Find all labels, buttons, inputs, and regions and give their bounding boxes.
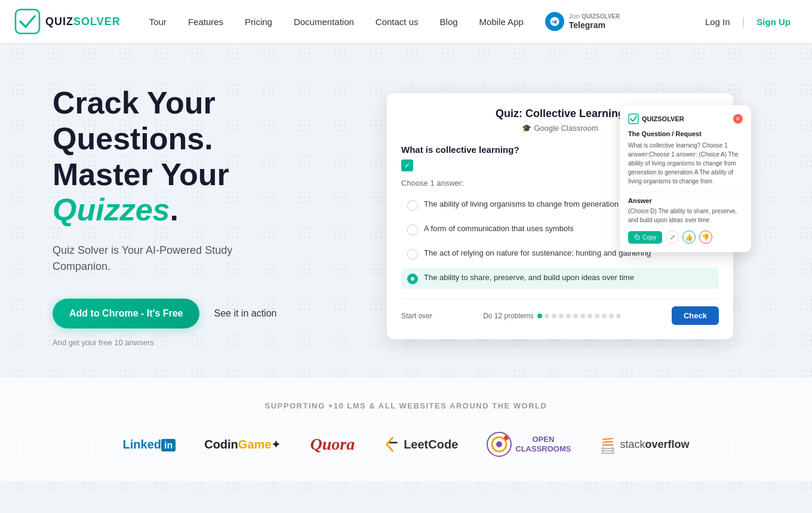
hero-title: Crack Your Questions. Master Your Quizze… xyxy=(53,85,363,228)
dot-6 xyxy=(573,314,578,318)
nav-auth: Log In | Sign Up xyxy=(698,12,798,32)
copy-icon xyxy=(634,234,640,240)
expand-button[interactable]: ⤢ xyxy=(666,231,679,244)
openclassrooms-icon xyxy=(487,432,512,457)
nav-logo[interactable]: QUIZSOLVER xyxy=(14,8,121,35)
nav-link-tour[interactable]: Tour xyxy=(140,12,176,32)
overlay-logo-icon xyxy=(628,113,639,124)
overlay-header: QUIZSOLVER ✕ xyxy=(628,113,743,124)
brand-quora: Quora xyxy=(310,435,355,454)
quiz-source-icon: 🎓 xyxy=(522,124,531,133)
start-over-label[interactable]: Start over xyxy=(401,312,432,320)
overlay-question-text: What is collective learning? Choose 1 an… xyxy=(628,141,743,186)
option-text-d: The ability to share, preserve, and buil… xyxy=(424,273,634,282)
dot-1 xyxy=(537,314,542,318)
dot-3 xyxy=(552,314,556,318)
dot-11 xyxy=(609,314,614,318)
navbar: QUIZSOLVER Tour Features Pricing Documen… xyxy=(0,0,812,43)
brand-codingame: CodinGame✦ xyxy=(204,437,281,451)
dot-row xyxy=(537,314,621,318)
dot-4 xyxy=(559,314,564,318)
option-text-b: A form of communication that uses symbol… xyxy=(424,224,574,233)
svg-rect-15 xyxy=(602,444,613,446)
quiz-problems: Do 12 problems xyxy=(483,312,621,320)
logo-text: QUIZSOLVER xyxy=(45,16,121,28)
logos-row: Linkedin CodinGame✦ Quora LeetCode xyxy=(29,432,783,457)
svg-rect-0 xyxy=(16,10,39,33)
brand-leetcode: LeetCode xyxy=(383,436,458,453)
like-button[interactable]: 👍 xyxy=(682,231,696,244)
svg-rect-13 xyxy=(602,438,613,440)
nav-link-features[interactable]: Features xyxy=(179,12,233,32)
hero-note: And get your free 10 anwsers xyxy=(53,338,363,347)
check-button[interactable]: Check xyxy=(672,306,719,325)
telegram-icon xyxy=(545,12,564,31)
quiz-footer: Start over Do 12 problems xyxy=(401,299,719,325)
dot-5 xyxy=(566,314,571,318)
brand-openclassrooms: OPENCLASSROOMS xyxy=(487,432,571,457)
hero-left: Crack Your Questions. Master Your Quizze… xyxy=(53,85,363,347)
add-to-chrome-button[interactable]: Add to Chrome - It's Free xyxy=(53,299,199,328)
nav-link-contact[interactable]: Contact us xyxy=(366,12,428,32)
overlay-question-label: The Question / Request xyxy=(628,130,743,137)
svg-point-7 xyxy=(505,437,508,439)
copy-button[interactable]: Copy xyxy=(628,231,662,244)
hero-section: Crack Your Questions. Master Your Quizze… xyxy=(24,43,788,377)
hero-subtitle: Quiz Solver is Your AI-Powered Study Com… xyxy=(53,242,363,275)
dot-12 xyxy=(616,314,621,318)
dislike-button[interactable]: 👎 xyxy=(699,231,712,244)
supporting-section: SUPPORTING +10 LMS & ALL WEBSITES AROUND… xyxy=(0,377,812,481)
svg-rect-2 xyxy=(636,236,639,239)
brand-linkedin: Linkedin xyxy=(123,438,176,451)
dot-9 xyxy=(595,314,599,318)
overlay-logo: QUIZSOLVER xyxy=(628,113,684,124)
overlay-actions: Copy ⤢ 👍 👎 xyxy=(628,231,743,244)
quiz-option-d[interactable]: The ability to share, preserve, and buil… xyxy=(401,268,719,289)
overlay-divider xyxy=(628,192,743,192)
option-circle-a xyxy=(407,200,418,211)
signup-link[interactable]: Sign Up xyxy=(749,12,798,32)
overlay-close-button[interactable]: ✕ xyxy=(733,114,743,124)
login-link[interactable]: Log In xyxy=(698,12,737,32)
svg-rect-14 xyxy=(602,441,613,443)
see-in-action-link[interactable]: See it in action xyxy=(214,308,276,319)
telegram-label: Join QUIZSOLVER Telegram xyxy=(569,14,620,30)
hero-buttons: Add to Chrome - It's Free See it in acti… xyxy=(53,299,363,328)
dot-7 xyxy=(580,314,585,318)
supporting-title: SUPPORTING +10 LMS & ALL WEBSITES AROUND… xyxy=(29,401,783,410)
overlay-answer-label: Answer xyxy=(628,197,743,204)
option-circle-c xyxy=(407,249,418,260)
option-circle-b xyxy=(407,225,418,235)
option-text-c: The act of relying on nature for sustena… xyxy=(424,248,651,257)
overlay-answer-text: (Choice D) The ability to share, preserv… xyxy=(628,207,743,225)
svg-rect-11 xyxy=(602,447,604,454)
nav-link-blog[interactable]: Blog xyxy=(430,12,467,32)
logo-icon xyxy=(14,8,41,35)
svg-rect-12 xyxy=(612,447,613,454)
nav-link-pricing[interactable]: Pricing xyxy=(235,12,282,32)
dot-10 xyxy=(602,314,607,318)
nav-links: Tour Features Pricing Documentation Cont… xyxy=(140,7,698,36)
brand-stackoverflow: stackoverflow xyxy=(599,435,689,454)
nav-telegram-link[interactable]: Join QUIZSOLVER Telegram xyxy=(536,7,629,36)
nav-link-documentation[interactable]: Documentation xyxy=(284,12,364,32)
dot-2 xyxy=(545,314,549,318)
svg-point-5 xyxy=(496,441,502,447)
option-circle-d xyxy=(407,274,418,284)
dot-8 xyxy=(588,314,592,318)
nav-auth-divider: | xyxy=(742,16,745,28)
nav-link-mobile[interactable]: Mobile App xyxy=(470,12,533,32)
quiz-overlay-panel: QUIZSOLVER ✕ The Question / Request What… xyxy=(620,105,751,252)
leetcode-icon xyxy=(383,436,400,453)
check-icon: ✓ xyxy=(401,159,413,171)
stackoverflow-icon xyxy=(599,435,616,454)
hero-right: Quiz: Collective Learning 🎓 Google Class… xyxy=(387,93,733,339)
